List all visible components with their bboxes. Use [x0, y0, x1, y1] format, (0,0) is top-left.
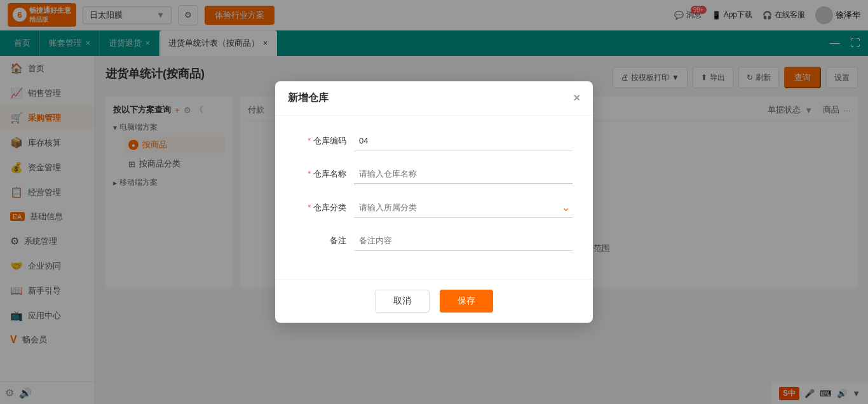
warehouse-name-label: 仓库名称: [295, 168, 346, 180]
warehouse-code-input[interactable]: [354, 131, 573, 151]
modal-overlay[interactable]: 新增仓库 × 仓库编码 仓库名称 仓库分类 ⌄: [0, 0, 868, 404]
warehouse-name-input[interactable]: [354, 164, 573, 184]
new-warehouse-modal: 新增仓库 × 仓库编码 仓库名称 仓库分类 ⌄: [275, 81, 593, 323]
warehouse-note-row: 备注: [295, 231, 573, 251]
category-dropdown-arrow[interactable]: ⌄: [562, 201, 573, 213]
modal-close-button[interactable]: ×: [573, 91, 580, 105]
warehouse-category-select[interactable]: ⌄: [354, 197, 573, 218]
modal-title: 新增仓库: [288, 91, 329, 105]
modal-body: 仓库编码 仓库名称 仓库分类 ⌄ 备注: [275, 116, 593, 279]
warehouse-category-row: 仓库分类 ⌄: [295, 197, 573, 218]
modal-header: 新增仓库 ×: [275, 81, 593, 116]
warehouse-name-row: 仓库名称: [295, 164, 573, 184]
modal-footer: 取消 保存: [275, 279, 593, 323]
warehouse-code-row: 仓库编码: [295, 131, 573, 151]
cancel-button[interactable]: 取消: [375, 290, 430, 313]
warehouse-note-input[interactable]: [354, 231, 573, 251]
warehouse-category-input[interactable]: [354, 197, 562, 217]
warehouse-code-label: 仓库编码: [295, 135, 346, 147]
warehouse-note-label: 备注: [295, 235, 346, 246]
warehouse-category-label: 仓库分类: [295, 202, 346, 213]
save-button[interactable]: 保存: [440, 290, 493, 313]
